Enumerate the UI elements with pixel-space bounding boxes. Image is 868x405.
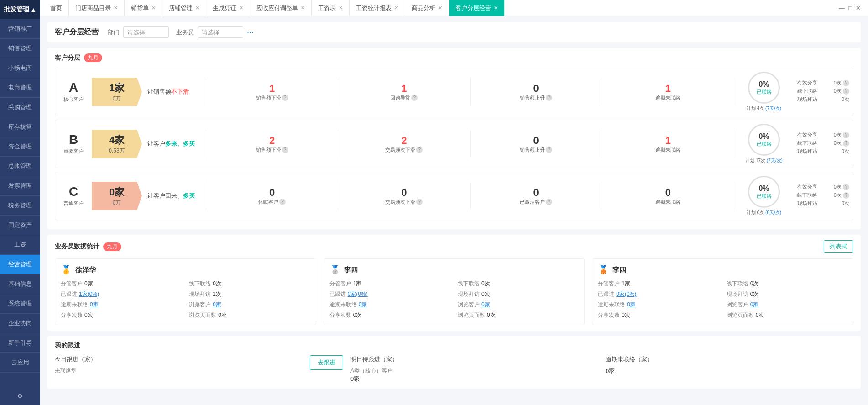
- sidebar-title: 批发管理: [4, 5, 29, 14]
- tab-sales-order[interactable]: 销货单 ✕: [125, 0, 162, 16]
- sidebar-item-guide[interactable]: 新手引导: [0, 333, 40, 353]
- info-icon-a3[interactable]: ?: [546, 95, 552, 101]
- info-icon-c1[interactable]: ?: [279, 199, 286, 205]
- tier-c-count-money: 0万: [113, 199, 121, 207]
- sidebar-item-inventory[interactable]: 库存核算: [0, 117, 40, 137]
- sidebar-item-assets[interactable]: 固定资产: [0, 216, 40, 235]
- sidebar-item-finance[interactable]: 资金管理: [0, 137, 40, 157]
- tier-b-label: B 重要客户: [55, 128, 92, 160]
- info-icon-c2[interactable]: ?: [416, 199, 423, 205]
- follow-goto-wrapper: 去跟进: [310, 355, 343, 370]
- tier-c-stat-2: 0 交易频次下滑 ?: [338, 183, 470, 209]
- tab-close-sales-order[interactable]: ✕: [152, 5, 156, 11]
- person-2-stat-browse-customer: 浏览客户 0家: [458, 301, 579, 309]
- sidebar-item-basic[interactable]: 基础信息: [0, 274, 40, 294]
- tier-b-count-num: 4家: [109, 133, 125, 147]
- sidebar-item-cloud[interactable]: 云应用: [0, 353, 40, 373]
- sales-person-card-1: 🥇 徐泽华 分管客户 0家 线下联络 0次 已跟进: [55, 258, 316, 325]
- info-icon-b1[interactable]: ?: [282, 147, 288, 153]
- tab-payroll-stats[interactable]: 工资统计报表 ✕: [350, 0, 405, 16]
- sidebar: 批发管理 ▲ 营销推广 销售管理 小畅电商 电商管理 采购管理 库存核算 资金管…: [0, 0, 40, 405]
- tab-close-goods-analysis[interactable]: ✕: [438, 5, 442, 11]
- info-icon-a2[interactable]: ?: [411, 95, 418, 101]
- sidebar-settings[interactable]: ⚙: [0, 387, 40, 405]
- tab-close-store-mgmt[interactable]: ✕: [195, 5, 199, 11]
- more-options-icon[interactable]: ···: [247, 27, 254, 37]
- info-icon-a1[interactable]: ?: [282, 95, 288, 101]
- sidebar-item-ledger[interactable]: 总账管理: [0, 157, 40, 176]
- medal-2-icon: 🥈: [329, 264, 340, 275]
- dept-select[interactable]: 请选择: [123, 26, 169, 38]
- tab-close-payroll[interactable]: ✕: [339, 5, 343, 11]
- sidebar-item-mgmt[interactable]: 经营管理: [0, 255, 40, 274]
- info-icon-a-offline[interactable]: ?: [843, 88, 849, 95]
- tab-home[interactable]: 首页: [44, 0, 69, 16]
- tier-row-c: C 普通客户 0家 0万 让客户回来、多买 0 休眠客户 ? 0: [55, 172, 853, 220]
- tier-b-name: 重要客户: [63, 148, 84, 155]
- person-3-stat-overdue: 逾期未联络 0家: [598, 301, 719, 309]
- tab-payroll[interactable]: 工资表 ✕: [312, 0, 350, 16]
- sidebar-item-invoice[interactable]: 发票管理: [0, 176, 40, 196]
- info-icon-b3[interactable]: ?: [546, 147, 552, 153]
- sales-select[interactable]: 请选择: [198, 26, 243, 38]
- person-3-stat-offline: 线下联络 0次: [727, 280, 847, 288]
- person-1-stat-overdue: 逾期未联络 0家: [61, 301, 182, 309]
- sidebar-item-system[interactable]: 系统管理: [0, 294, 40, 314]
- sales-stats-header: 业务员数据统计 九月 列表式: [55, 240, 853, 253]
- sidebar-item-tax[interactable]: 税务管理: [0, 196, 40, 216]
- person-3-stat-visit: 现场拜访 0次: [727, 290, 847, 298]
- person-1-name: 徐泽华: [75, 266, 96, 274]
- info-icon-a-share[interactable]: ?: [843, 80, 849, 86]
- tier-c-contact-circle[interactable]: 0% 已联络: [748, 176, 780, 208]
- info-icon-c3[interactable]: ?: [546, 199, 552, 205]
- tab-store-products[interactable]: 门店商品目录 ✕: [69, 0, 125, 16]
- sidebar-header[interactable]: 批发管理 ▲: [0, 0, 40, 19]
- page-header: 客户分层经营 部门 请选择 业务员 请选择 ···: [47, 22, 861, 42]
- info-icon-b-offline[interactable]: ?: [843, 140, 849, 147]
- sidebar-item-ecommerce[interactable]: 小畅电商: [0, 58, 40, 78]
- tab-close-payable[interactable]: ✕: [301, 5, 305, 11]
- my-follow-section: 我的跟进 今日跟进（家） 未联络型 去跟进 明日待跟进（家） A类（核心）客户 …: [47, 336, 861, 389]
- list-view-button[interactable]: 列表式: [824, 240, 853, 253]
- sales-person-card-2: 🥈 李四 分管客户 1家 线下联络 0次 已跟进: [324, 258, 585, 325]
- tab-store-mgmt[interactable]: 店铺管理 ✕: [162, 0, 206, 16]
- tier-c-letter: C: [69, 185, 78, 198]
- tab-close-payroll-stats[interactable]: ✕: [394, 5, 398, 11]
- tier-b-contact-circle[interactable]: 0% 已联络: [748, 124, 780, 156]
- tab-customer-tier[interactable]: 客户分层经营 ✕: [449, 0, 505, 16]
- maximize-icon[interactable]: □: [848, 5, 852, 11]
- sales-stats-title: 业务员数据统计: [55, 242, 99, 251]
- sidebar-item-wages[interactable]: 工资: [0, 235, 40, 255]
- tab-payable[interactable]: 应收应付调整单 ✕: [250, 0, 312, 16]
- sidebar-item-purchase[interactable]: 采购管理: [0, 98, 40, 117]
- person-3-stats: 分管客户 1家 线下联络 0次 已跟进 0家(0%) 现场拜访: [598, 280, 847, 319]
- sidebar-item-sales[interactable]: 销售管理: [0, 39, 40, 58]
- info-icon-c-share[interactable]: ?: [843, 184, 849, 190]
- go-follow-button[interactable]: 去跟进: [310, 355, 343, 370]
- minimize-icon[interactable]: —: [839, 5, 845, 11]
- tier-a-stat-3: 0 销售额上升 ?: [471, 79, 602, 105]
- info-icon-b-share[interactable]: ?: [843, 132, 849, 138]
- sidebar-item-collab[interactable]: 企业协同: [0, 314, 40, 333]
- info-icon-b2[interactable]: ?: [416, 147, 423, 153]
- tier-a-contact-circle[interactable]: 0% 已联络: [748, 72, 780, 104]
- tab-close-customer-tier[interactable]: ✕: [494, 5, 498, 11]
- person-1-stat-browse-customer: 浏览客户 0家: [189, 301, 310, 309]
- person-2-stat-browse-page: 浏览页面数 0次: [458, 311, 579, 319]
- page-title: 客户分层经营: [55, 27, 99, 37]
- tab-close-voucher[interactable]: ✕: [239, 5, 243, 11]
- tier-a-name: 核心客户: [63, 96, 84, 103]
- sidebar-item-ecom-mgmt[interactable]: 电商管理: [0, 78, 40, 98]
- follow-overdue-val: 0家: [606, 367, 853, 375]
- my-follow-title: 我的跟进: [55, 342, 853, 350]
- follow-grid: 今日跟进（家） 未联络型 去跟进 明日待跟进（家） A类（核心）客户 0家 逾期…: [55, 355, 853, 383]
- tab-voucher[interactable]: 生成凭证 ✕: [206, 0, 250, 16]
- medal-1-icon: 🥇: [61, 264, 72, 275]
- sidebar-collapse-icon[interactable]: ▲: [30, 6, 37, 13]
- close-icon[interactable]: ✕: [856, 5, 861, 11]
- tab-close-store-products[interactable]: ✕: [114, 5, 118, 11]
- sidebar-item-marketing[interactable]: 营销推广: [0, 19, 40, 39]
- person-3-stat-share: 分享次数 0次: [598, 311, 719, 319]
- tab-goods-analysis[interactable]: 商品分析 ✕: [405, 0, 449, 16]
- info-icon-c-offline[interactable]: ?: [843, 192, 849, 199]
